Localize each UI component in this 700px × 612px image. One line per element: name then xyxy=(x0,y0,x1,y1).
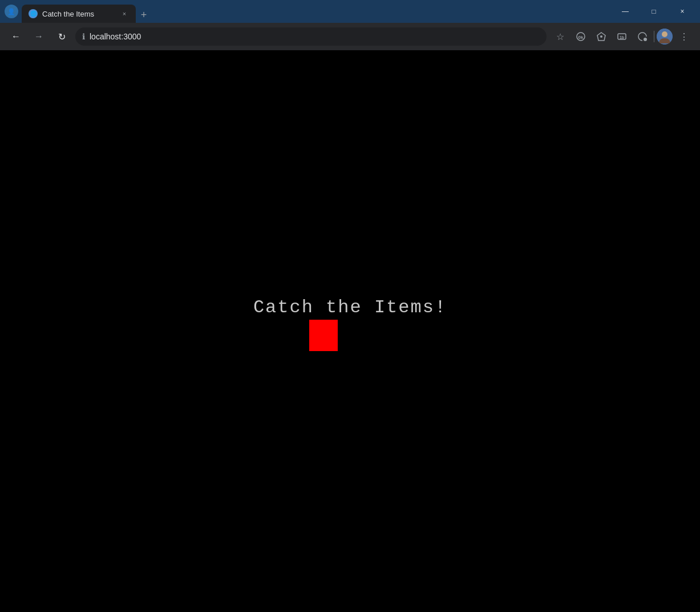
maximize-button[interactable]: □ xyxy=(641,2,667,21)
title-bar: 👤 🌐 Catch the Items × + — □ xyxy=(0,0,700,23)
minimize-button[interactable]: — xyxy=(612,2,638,21)
favicon-icon: 🌐 xyxy=(30,11,37,17)
svg-text:0k: 0k xyxy=(578,35,584,40)
close-window-icon: × xyxy=(680,7,684,15)
user-profile-button[interactable] xyxy=(657,29,673,45)
nav-divider xyxy=(654,31,654,42)
address-bar[interactable]: ℹ localhost:3000 xyxy=(75,27,547,46)
game-canvas[interactable]: Catch the Items! xyxy=(0,50,700,612)
avatar-icon xyxy=(657,29,673,45)
new-tab-icon: + xyxy=(141,9,147,21)
bookmark-button[interactable]: ☆ xyxy=(551,27,569,46)
new-tab-button[interactable]: + xyxy=(136,7,152,23)
reload-icon: ↻ xyxy=(58,31,66,42)
tab-container: 🌐 Catch the Items × + xyxy=(22,0,609,23)
svg-point-2 xyxy=(600,35,602,38)
back-button[interactable]: ← xyxy=(7,27,25,46)
extension-4-button[interactable] xyxy=(633,27,652,46)
extension-1-button[interactable]: 0k xyxy=(572,27,590,46)
extension-1-icon: 0k xyxy=(576,31,586,42)
extension-4-icon xyxy=(637,31,648,42)
close-button[interactable]: × xyxy=(669,2,695,21)
maximize-icon: □ xyxy=(652,7,656,15)
forward-button[interactable]: → xyxy=(30,27,48,46)
nav-actions: ☆ 0k 1b xyxy=(551,27,693,46)
tab-close-button[interactable]: × xyxy=(120,9,129,18)
browser-window: 👤 🌐 Catch the Items × + — □ xyxy=(0,0,700,612)
user-avatar xyxy=(657,29,673,45)
svg-text:1b: 1b xyxy=(620,35,624,39)
game-title: Catch the Items! xyxy=(253,297,447,318)
tab-favicon: 🌐 xyxy=(29,9,38,18)
extension-3-icon: 1b xyxy=(617,31,627,42)
extension-3-button[interactable]: 1b xyxy=(613,27,631,46)
menu-icon: ⋮ xyxy=(679,31,689,42)
tab-title: Catch the Items xyxy=(42,10,115,18)
chrome-menu-button[interactable]: ⋮ xyxy=(675,27,693,46)
bookmark-icon: ☆ xyxy=(556,31,564,42)
address-text: localhost:3000 xyxy=(90,32,540,41)
profile-button[interactable]: 👤 xyxy=(5,5,18,18)
forward-icon: → xyxy=(34,31,43,42)
back-icon: ← xyxy=(11,31,21,42)
window-controls: — □ × xyxy=(612,2,695,21)
svg-point-7 xyxy=(662,31,667,37)
catchable-item xyxy=(309,320,338,351)
active-tab[interactable]: 🌐 Catch the Items × xyxy=(22,5,136,23)
svg-point-5 xyxy=(644,38,647,41)
profile-icon: 👤 xyxy=(7,8,15,15)
close-icon: × xyxy=(123,10,126,17)
minimize-icon: — xyxy=(622,7,629,15)
nav-bar: ← → ↻ ℹ localhost:3000 ☆ 0k xyxy=(0,23,700,50)
info-icon: ℹ xyxy=(82,32,85,41)
extension-2-icon xyxy=(596,31,606,42)
reload-button[interactable]: ↻ xyxy=(52,27,71,46)
extension-2-button[interactable] xyxy=(592,27,610,46)
